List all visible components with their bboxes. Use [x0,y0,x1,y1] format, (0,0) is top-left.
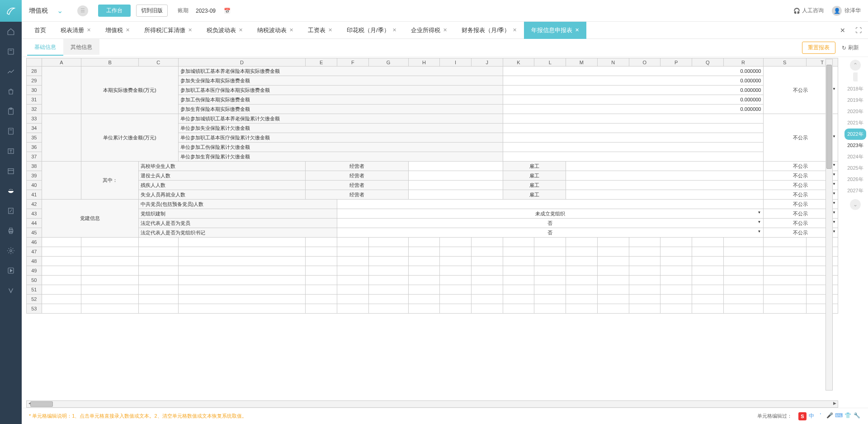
empty-cell[interactable] [440,295,472,304]
empty-cell[interactable] [597,257,629,266]
module-chevron-icon[interactable]: ⌄ [57,6,63,15]
wide-dd[interactable]: 未成立党组织 [337,209,763,219]
empty-cell[interactable] [660,257,692,266]
empty-cell[interactable] [337,295,368,304]
empty-cell[interactable] [692,266,723,276]
nav-clipboard-icon[interactable] [5,106,16,117]
empty-cell[interactable] [471,304,503,314]
empty-cell[interactable] [503,295,534,304]
empty-cell[interactable] [368,285,408,295]
year-2026年[interactable]: 2026年 [844,174,866,185]
empty-cell[interactable] [306,295,337,304]
empty-cell[interactable] [763,257,807,266]
row-header-39[interactable]: 39 [27,171,42,181]
empty-cell[interactable] [566,257,598,266]
empty-cell[interactable] [440,238,472,247]
empty-cell[interactable] [138,238,178,247]
empty-cell[interactable] [337,304,368,314]
tabs-expand-icon[interactable]: ⛶ [853,25,864,36]
year-up-icon[interactable]: ⌃ [850,60,861,71]
value-cell[interactable] [337,200,763,209]
nav-calc-icon[interactable] [5,126,16,137]
empty-cell[interactable] [42,247,81,257]
nav-v-icon[interactable] [5,285,16,296]
empty-cell[interactable] [723,247,763,257]
ime-punct-icon[interactable]: ' [816,412,825,420]
support-button[interactable]: 🎧 人工咨询 [793,7,824,14]
empty-cell[interactable] [368,257,408,266]
year-2023年[interactable]: 2023年 [844,140,866,151]
nav-gear-icon[interactable] [5,245,16,256]
empty-cell[interactable] [337,257,368,266]
empty-cell[interactable] [408,257,440,266]
empty-cell[interactable] [440,266,472,276]
row-header-46[interactable]: 46 [27,238,42,247]
hscroll-right-icon[interactable]: ▶ [831,401,838,407]
tab-6[interactable]: 工资表✕ [301,22,340,39]
empty-cell[interactable] [503,285,534,295]
tab-7[interactable]: 印花税（月/季）✕ [340,22,404,39]
value-cell[interactable] [408,171,503,181]
empty-cell[interactable] [763,304,807,314]
wide-dd[interactable]: 否 [337,228,763,238]
nav-home-icon[interactable] [5,26,16,37]
empty-cell[interactable] [807,304,838,314]
year-2019年[interactable]: 2019年 [844,95,866,106]
empty-cell[interactable] [42,276,81,285]
empty-cell[interactable] [807,285,838,295]
empty-cell[interactable] [807,266,838,276]
value-cell[interactable]: 0.000000 [503,105,763,114]
empty-cell[interactable] [138,266,178,276]
empty-cell[interactable] [660,276,692,285]
ime-skin-icon[interactable]: 👕 [844,412,852,420]
empty-cell[interactable] [368,304,408,314]
value-cell[interactable] [408,190,503,200]
empty-cell[interactable] [566,276,598,285]
empty-cell[interactable] [440,285,472,295]
empty-cell[interactable] [306,266,337,276]
empty-cell[interactable] [337,266,368,276]
empty-cell[interactable] [723,304,763,314]
empty-cell[interactable] [597,238,629,247]
row-header-32[interactable]: 32 [27,105,42,114]
subtab-other[interactable]: 其他信息 [63,39,99,55]
empty-cell[interactable] [471,285,503,295]
year-2021年[interactable]: 2021年 [844,117,866,129]
col-header-A[interactable]: A [42,58,81,67]
tab-2[interactable]: 增值税✕ [98,22,137,39]
row-header-30[interactable]: 30 [27,86,42,95]
empty-cell[interactable] [660,304,692,314]
nav-book-icon[interactable] [5,46,16,57]
calendar-icon[interactable]: 📅 [224,8,231,14]
row-header-41[interactable]: 41 [27,190,42,200]
nav-chart-icon[interactable] [5,66,16,77]
empty-cell[interactable] [503,238,534,247]
empty-cell[interactable] [471,247,503,257]
value-cell[interactable]: 0.000000 [503,76,763,86]
value-cell[interactable]: 0.000000 [503,67,763,76]
value-cell[interactable] [566,171,763,181]
empty-cell[interactable] [763,285,807,295]
value-cell[interactable] [408,181,503,190]
empty-cell[interactable] [566,238,598,247]
row-header-42[interactable]: 42 [27,200,42,209]
empty-cell[interactable] [629,304,660,314]
row-header-36[interactable]: 36 [27,143,42,152]
empty-cell[interactable] [723,238,763,247]
tab-close-icon[interactable]: ✕ [239,27,243,33]
empty-cell[interactable] [178,276,306,285]
row-header-43[interactable]: 43 [27,209,42,219]
empty-cell[interactable] [178,285,306,295]
empty-cell[interactable] [723,295,763,304]
subtab-basic[interactable]: 基础信息 [27,39,63,56]
value-cell[interactable] [408,162,503,171]
empty-cell[interactable] [337,238,368,247]
empty-cell[interactable] [42,304,81,314]
empty-cell[interactable] [337,247,368,257]
col-header-J[interactable]: J [471,58,503,67]
tab-close-icon[interactable]: ✕ [289,27,293,33]
value-cell[interactable] [503,143,763,152]
ime-s-icon[interactable]: S [798,412,807,420]
value-cell[interactable] [566,162,763,171]
value-cell[interactable]: 0.000000 [503,95,763,105]
